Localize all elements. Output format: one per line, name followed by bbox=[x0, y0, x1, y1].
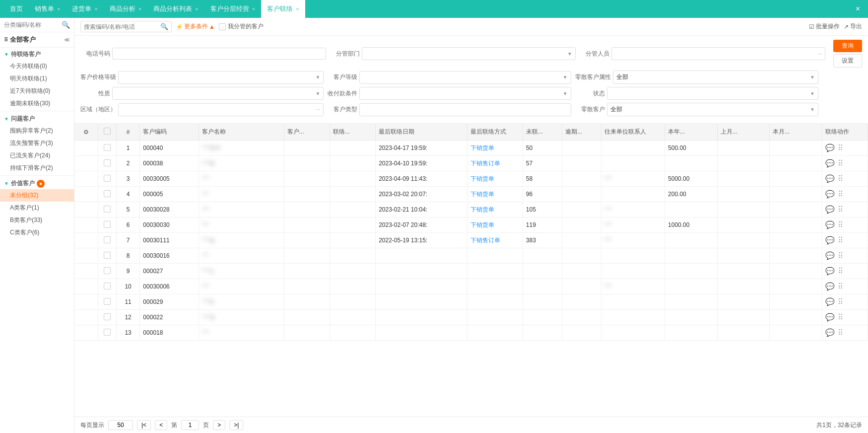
more-icon[interactable]: ⠿ bbox=[838, 282, 843, 291]
status-select[interactable]: ▼ bbox=[607, 87, 818, 100]
more-icon[interactable]: ⠿ bbox=[838, 220, 843, 229]
cell-lastway[interactable]: 下销货单 bbox=[467, 141, 523, 156]
nature-select[interactable]: ▼ bbox=[112, 87, 324, 100]
close-tab-analysis[interactable]: × bbox=[138, 6, 141, 12]
region-select[interactable]: ··· bbox=[118, 103, 324, 116]
reset-button[interactable]: 设置 bbox=[833, 54, 862, 68]
row-checkbox[interactable] bbox=[104, 175, 111, 182]
cell-check[interactable] bbox=[98, 187, 116, 202]
th-name[interactable]: 客户名称 bbox=[199, 124, 284, 141]
cell-check[interactable] bbox=[98, 279, 116, 294]
contact-icon[interactable]: 💬 bbox=[825, 205, 835, 214]
contact-icon[interactable]: 💬 bbox=[825, 144, 835, 152]
contact-icon[interactable]: 💬 bbox=[825, 251, 835, 260]
cell-lastway[interactable]: 下销售订单 bbox=[467, 156, 523, 171]
th-lastmonth[interactable]: 上月... bbox=[717, 124, 770, 141]
group-pending[interactable]: ▼ 待联络客户 bbox=[0, 48, 74, 60]
contact-icon[interactable]: 💬 bbox=[825, 190, 835, 199]
cell-lastway[interactable] bbox=[467, 248, 523, 264]
sidebar-item-hoarding[interactable]: 囤购异常客户(2) bbox=[0, 125, 74, 137]
th-lastway[interactable]: 最后联络方式 bbox=[467, 124, 523, 141]
th-thismonth[interactable]: 本月... bbox=[770, 124, 822, 141]
th-overdue[interactable]: 逾期... bbox=[562, 124, 601, 141]
tab-purchase[interactable]: 进货单 × bbox=[66, 0, 103, 18]
contact-icon[interactable]: 💬 bbox=[825, 328, 835, 337]
close-tab-customer-contact[interactable]: × bbox=[296, 6, 299, 12]
row-checkbox[interactable] bbox=[104, 144, 111, 151]
more-icon[interactable]: ⠿ bbox=[838, 205, 843, 214]
first-page-btn[interactable]: |< bbox=[137, 420, 151, 430]
close-tab-analysis-list[interactable]: × bbox=[195, 6, 198, 12]
row-checkbox[interactable] bbox=[104, 236, 111, 243]
tab-analysis[interactable]: 商品分析 × bbox=[104, 0, 147, 18]
sidebar-item-tomorrow[interactable]: 明天待联络(1) bbox=[0, 72, 74, 85]
th-contact[interactable]: 联络... bbox=[330, 124, 375, 141]
payment-select[interactable]: ▼ bbox=[359, 87, 571, 100]
cust-level-select[interactable]: ▼ bbox=[359, 71, 571, 84]
cell-check[interactable] bbox=[98, 171, 116, 187]
more-icon[interactable]: ⠿ bbox=[838, 174, 843, 183]
last-way-link[interactable]: 下销货单 bbox=[470, 175, 494, 182]
sidebar-item-today[interactable]: 今天待联络(0) bbox=[0, 60, 74, 72]
sidebar-search-input[interactable] bbox=[4, 21, 62, 28]
th-type[interactable]: 客户... bbox=[284, 124, 330, 141]
tab-customer-contact[interactable]: 客户联络 × bbox=[261, 0, 305, 18]
cell-check[interactable] bbox=[98, 202, 116, 217]
cell-lastway[interactable]: 下销货单 bbox=[467, 171, 523, 187]
more-icon[interactable]: ⠿ bbox=[838, 328, 843, 337]
export-btn[interactable]: ↗ 导出 bbox=[844, 22, 862, 31]
row-checkbox[interactable] bbox=[104, 206, 111, 213]
th-code[interactable]: 客户编码 bbox=[140, 124, 199, 141]
search-icon[interactable]: 🔍 bbox=[160, 23, 168, 30]
cell-lastway[interactable] bbox=[467, 264, 523, 279]
search-button[interactable]: 查询 bbox=[833, 40, 862, 52]
cell-lastway[interactable] bbox=[467, 294, 523, 310]
more-icon[interactable]: ⠿ bbox=[838, 313, 843, 322]
last-way-link[interactable]: 下销售订单 bbox=[470, 237, 500, 244]
group-value[interactable]: ▼ 价值客户 ● bbox=[0, 177, 74, 189]
cell-check[interactable] bbox=[98, 248, 116, 264]
row-checkbox[interactable] bbox=[104, 329, 111, 336]
dept-select[interactable]: ▼ bbox=[362, 47, 576, 60]
price-level-select[interactable]: ▼ bbox=[118, 71, 324, 84]
last-way-link[interactable]: 下销货单 bbox=[470, 206, 494, 213]
tab-analysis-list[interactable]: 商品分析列表 × bbox=[147, 0, 204, 18]
cell-lastway[interactable]: 下销售订单 bbox=[467, 233, 523, 248]
cell-check[interactable] bbox=[98, 217, 116, 233]
last-way-link[interactable]: 下销货单 bbox=[470, 221, 494, 228]
contact-icon[interactable]: 💬 bbox=[825, 236, 835, 245]
contact-icon[interactable]: 💬 bbox=[825, 159, 835, 168]
sidebar-item-class-c[interactable]: C类客户(6) bbox=[0, 226, 74, 239]
cell-check[interactable] bbox=[98, 156, 116, 171]
row-checkbox[interactable] bbox=[104, 159, 111, 166]
last-way-link[interactable]: 下销货单 bbox=[470, 144, 494, 151]
cell-lastway[interactable]: 下销货单 bbox=[467, 217, 523, 233]
cell-lastway[interactable] bbox=[467, 279, 523, 294]
retail-attr-select[interactable]: 全部▼ bbox=[613, 71, 818, 84]
tab-home[interactable]: 首页 bbox=[4, 0, 29, 18]
contact-icon[interactable]: 💬 bbox=[825, 313, 835, 322]
sidebar-collapse-btn[interactable]: ≪ bbox=[64, 37, 70, 43]
prev-page-btn[interactable]: < bbox=[155, 420, 167, 430]
last-way-link[interactable]: 下销售订单 bbox=[470, 160, 500, 167]
contact-icon[interactable]: 💬 bbox=[825, 297, 835, 306]
my-customers-checkbox[interactable] bbox=[219, 23, 226, 30]
close-tab-purchase[interactable]: × bbox=[94, 6, 97, 12]
batch-op-btn[interactable]: ☑ 批量操作 bbox=[809, 22, 840, 31]
contact-icon[interactable]: 💬 bbox=[825, 220, 835, 229]
contact-icon[interactable]: 💬 bbox=[825, 282, 835, 291]
more-icon[interactable]: ⠿ bbox=[838, 236, 843, 245]
retail-select[interactable]: 全部▼ bbox=[607, 103, 818, 116]
more-icon[interactable]: ⠿ bbox=[838, 190, 843, 199]
close-all-tabs[interactable]: × bbox=[852, 4, 864, 13]
cell-check[interactable] bbox=[98, 264, 116, 279]
more-icon[interactable]: ⠿ bbox=[838, 144, 843, 152]
cell-lastway[interactable] bbox=[467, 325, 523, 341]
more-icon[interactable]: ⠿ bbox=[838, 267, 843, 276]
sidebar-item-declining[interactable]: 持续下滑客户(2) bbox=[0, 162, 74, 174]
my-customers-check[interactable]: 我分管的客户 bbox=[219, 22, 264, 31]
row-checkbox[interactable] bbox=[104, 313, 111, 320]
cust-type-select[interactable] bbox=[359, 103, 571, 116]
contact-icon[interactable]: 💬 bbox=[825, 267, 835, 276]
cell-lastway[interactable] bbox=[467, 310, 523, 325]
